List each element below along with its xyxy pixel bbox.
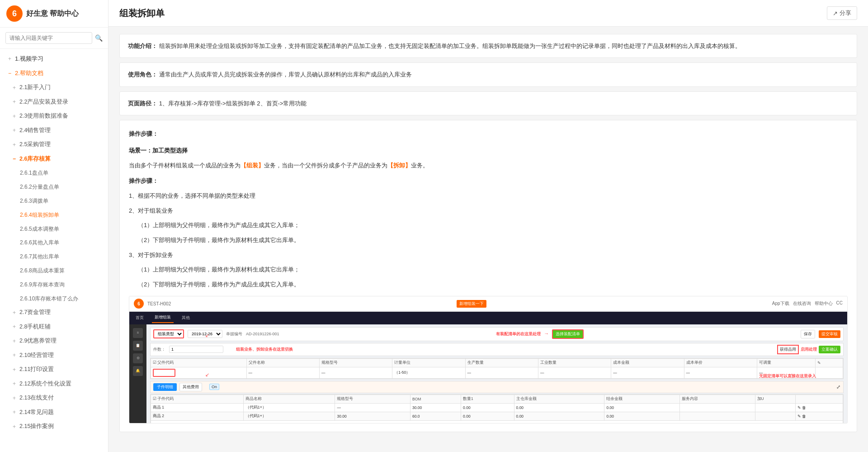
sidebar-item-count[interactable]: 2.6.1盘点单 xyxy=(0,166,108,180)
sim-th-8: 成本单价 xyxy=(684,358,757,367)
sim-th-4: 计量单位 xyxy=(392,358,465,367)
sim-save-btn[interactable]: 保存 xyxy=(801,330,815,338)
expand-icon: + xyxy=(13,127,16,134)
sim-nav-home[interactable]: 首页 xyxy=(133,313,146,323)
sim-confirm-btn[interactable]: 立案确认 xyxy=(819,346,840,353)
sidebar-item-assembly[interactable]: 2.6.4组装拆卸单 xyxy=(0,208,108,222)
sidebar-item-faq[interactable]: + 2.14常见问题 xyxy=(0,405,108,420)
sim-sub-cell-1-9 xyxy=(755,403,795,412)
sim-count-input[interactable] xyxy=(169,346,223,353)
sim-enable-input[interactable]: 获得品用 xyxy=(777,345,799,354)
sim-submit-btn[interactable]: 提交审核 xyxy=(819,330,840,338)
sim-cell-code xyxy=(151,367,247,378)
sim-parent-table: ☑ 父件代码 父件名称 规格型号 计量单位 生产数量 工业数量 成本金额 成本单… xyxy=(151,358,843,379)
sim-icon-3[interactable]: ⚙ xyxy=(133,353,143,363)
sidebar-item-other-in[interactable]: 2.6.6其他入库单 xyxy=(0,236,108,250)
sidebar-item-data-prep[interactable]: + 2.3使用前数据准备 xyxy=(0,109,108,124)
sim-topbar-center: 新增组装一下 xyxy=(175,300,769,308)
sim-sub-tab[interactable]: 子件明细 xyxy=(153,383,177,391)
sim-sub-th-6: 主仓库金额 xyxy=(514,395,604,403)
sim-th-9: 可调量 xyxy=(757,358,815,367)
sidebar-item-split-count[interactable]: 2.6.2分量盘点单 xyxy=(0,180,108,194)
sidebar-item-print[interactable]: + 2.11打印设置 xyxy=(0,362,108,377)
sim-th-7: 成本金额 xyxy=(611,358,684,367)
sim-new-btn[interactable]: 新增组装一下 xyxy=(457,300,486,308)
sim-annotation-area: 有装配清单的在这里处理 → 选择装配清单 xyxy=(283,329,797,339)
ops-steps-title: 操作步骤： xyxy=(129,176,848,187)
main-area: 组装拆卸单 ↗ 分享 功能介绍： 组装拆卸单用来处理企业组装或拆卸等加工业务，支… xyxy=(108,0,868,452)
share-button[interactable]: ↗ 分享 xyxy=(827,6,857,20)
sidebar-item-adjust[interactable]: 2.6.3调拨单 xyxy=(0,194,108,208)
sim-icon-4[interactable]: 🔔 xyxy=(133,366,143,376)
sidebar-item-cases[interactable]: + 2.15操作案例 xyxy=(0,419,108,434)
ops-title: 操作步骤： xyxy=(129,128,848,140)
step3-2: （2）下部明细为子件明细，最终作为产成品生成其它入库单。 xyxy=(129,279,848,290)
step1: 1、根据不同的业务，选择不同单据的类型来处理 xyxy=(129,190,848,202)
sidebar-item-sales[interactable]: + 2.4销售管理 xyxy=(0,124,108,138)
sidebar-item-newcomer[interactable]: + 2.1新手入门 xyxy=(0,81,108,95)
sim-expand-icon[interactable]: ⤢ xyxy=(836,384,840,390)
sim-date-select[interactable]: 2019-12-26 xyxy=(188,330,222,338)
sidebar-item-purchase[interactable]: + 2.5采购管理 xyxy=(0,138,108,152)
sim-sub-cell-2-1: 商品 2 xyxy=(151,412,244,420)
sim-user: CC xyxy=(836,300,843,307)
sim-type-select[interactable]: 组装类型 拆卸类型 xyxy=(153,329,184,338)
sim-sub-row-2: 商品 2 （代码1+） 30.00 60.0 0.00 0.00 0.00 xyxy=(151,412,843,420)
sim-sub-th-8: 服务内容 xyxy=(679,395,755,403)
logo-icon: 6 xyxy=(6,5,23,22)
path-label: 页面路径： xyxy=(128,100,157,107)
search-input[interactable] xyxy=(5,32,92,44)
sidebar-item-cost-adjust[interactable]: 2.6.5成本调整单 xyxy=(0,222,108,236)
page-title: 组装拆卸单 xyxy=(119,7,165,19)
sim-icon-2[interactable]: 📋 xyxy=(133,341,143,351)
sidebar-item-operations[interactable]: + 2.10经营管理 xyxy=(0,348,108,363)
sim-sub-table: ☑ 子件代码 商品名称 规格型号 BOM 数量1 主仓库金额 结余金额 服务内容 xyxy=(151,395,843,423)
sim-code-label: 单据编号 xyxy=(226,331,242,337)
sim-sub-th-5: 数量1 xyxy=(461,395,514,403)
sim-icon-1[interactable]: ≡ xyxy=(133,328,143,338)
sim-code-field[interactable] xyxy=(153,369,175,377)
role-text: 通常由生产人员或库管人员完成拆装业务的操作，库管人员确认原材料的出库和产成品的入… xyxy=(159,71,412,78)
sim-other-tab[interactable]: 其他费用 xyxy=(179,383,202,391)
sidebar-item-coupon[interactable]: + 2.9优惠券管理 xyxy=(0,334,108,348)
sim-th-3: 规格型号 xyxy=(319,358,392,367)
sim-enable-area: 获得品用 启用处理 立案确认 xyxy=(777,345,840,354)
sidebar-item-install[interactable]: + 2.2产品安装及登录 xyxy=(0,95,108,109)
sim-sub-cell-2-2: （代码1+） xyxy=(243,412,335,420)
sidebar-item-video[interactable]: + 1.视频学习 xyxy=(0,52,108,66)
sim-help-center: 帮助中心 xyxy=(815,300,833,307)
main-header: 组装拆卸单 ↗ 分享 xyxy=(108,0,868,27)
sim-navbar: 首页 新增组装 其他 xyxy=(129,312,847,324)
sidebar-item-inventory[interactable]: − 2.6库存核算 xyxy=(0,152,108,167)
sim-nav-other[interactable]: 其他 xyxy=(179,313,193,323)
sim-app-text: App下载 xyxy=(772,300,789,307)
sim-sub-th-2: 商品名称 xyxy=(243,395,335,403)
sim-select-bom-btn[interactable]: 选择装配清单 xyxy=(552,329,584,339)
sidebar-item-cash[interactable]: + 2.7资金管理 xyxy=(0,305,108,320)
sim-assembly-label-container: 组装业务、拆卸业务在这里切换 xyxy=(236,346,293,352)
sim-cell-spec: — xyxy=(319,367,392,378)
search-icon[interactable]: 🔍 xyxy=(95,34,103,42)
sidebar-item-stock-query[interactable]: 2.6.9库存账本查询 xyxy=(0,278,108,292)
expand-icon: + xyxy=(13,366,16,374)
step2-2: （2）下部明细为子件明细，最终作为原材料生成其它出库单。 xyxy=(129,235,848,246)
sim-nav-new[interactable]: 新增组装 xyxy=(152,313,174,323)
expand-icon: + xyxy=(13,352,16,359)
sim-th-5: 生产数量 xyxy=(465,358,538,367)
sidebar-item-cost-calc[interactable]: 2.6.8商品成本重算 xyxy=(0,264,108,278)
sidebar-item-online-pay[interactable]: + 2.13在线支付 xyxy=(0,391,108,405)
sidebar-item-help-docs[interactable]: − 2.帮助文档 xyxy=(0,66,108,81)
scene1-desc: 当由多个子件材料组装成一个成品的业务为【组装】业务，当由一个父件拆分成多个子产品… xyxy=(129,160,848,171)
nav-tree: + 1.视频学习 − 2.帮助文档 + 2.1新手入门 + 2.2产品安装及登录… xyxy=(0,49,108,452)
sidebar-item-other-out[interactable]: 2.6.7其他出库单 xyxy=(0,250,108,264)
sim-cell-amount: — xyxy=(611,367,684,378)
sidebar-item-personalize[interactable]: + 2.12系统个性化设置 xyxy=(0,377,108,391)
sim-on-badge[interactable]: On xyxy=(209,384,219,390)
expand-icon: + xyxy=(13,141,16,149)
sim-sub-cell-1-4: 30.00 xyxy=(410,403,461,412)
sidebar-item-mobile[interactable]: + 2.8手机旺辅 xyxy=(0,320,108,334)
sidebar-item-stock-wrong[interactable]: 2.6.10库存账本错了么办 xyxy=(0,292,108,306)
intro-text: 组装拆卸单用来处理企业组装或拆卸等加工业务，支持有固定装配清单的产品加工业务，也… xyxy=(159,43,741,49)
sim-on-toggle-area: On xyxy=(209,384,219,390)
sim-sub-th-1: ☑ 子件代码 xyxy=(151,395,244,403)
